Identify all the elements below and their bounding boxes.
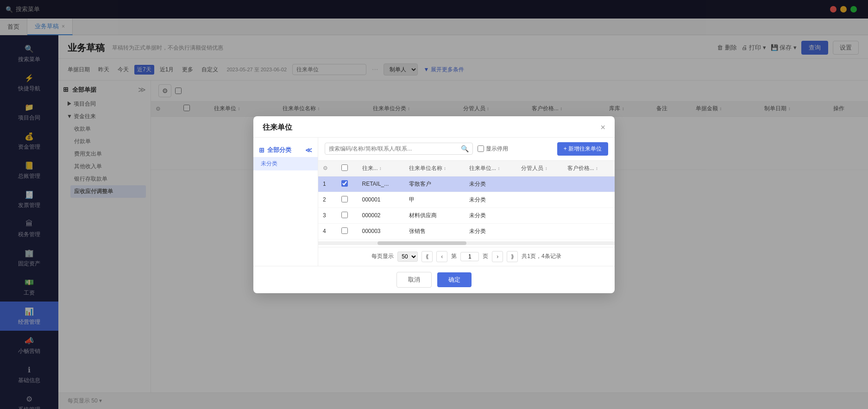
dcol-settings[interactable]: ⚙ [318, 161, 337, 176]
row-price [563, 208, 615, 223]
row-num: 3 [318, 208, 337, 223]
dialog-categories: ⊞ 全部分类 ≪ 未分类 [253, 138, 318, 266]
dialog-table-row[interactable]: 2 000001 甲 未分类 [318, 192, 615, 208]
dialog-search-box[interactable]: 🔍 [325, 143, 473, 155]
dialog-body: ⊞ 全部分类 ≪ 未分类 🔍 显示停用 [253, 138, 615, 266]
first-page-btn[interactable]: ⟪ [421, 251, 433, 262]
row-price [563, 223, 615, 239]
cancel-button[interactable]: 取消 [396, 272, 432, 288]
scrollbar-thumb[interactable] [377, 241, 466, 245]
row-price [563, 176, 615, 192]
row-checkbox[interactable] [341, 180, 348, 187]
show-disabled-checkbox[interactable] [478, 145, 484, 152]
modal-overlay[interactable]: 往来单位 × ⊞ 全部分类 ≪ 未分类 [0, 0, 868, 409]
row-category: 未分类 [465, 192, 516, 208]
dialog-search-input[interactable] [329, 145, 458, 152]
dialog-table-row[interactable]: 1 RETAIL_... 零散客户 未分类 [318, 176, 615, 192]
dcol-manager[interactable]: 分管人员 ↕ [516, 161, 562, 176]
dialog-header: 往来单位 × [253, 116, 615, 138]
dcol-category[interactable]: 往来单位... ↕ [465, 161, 516, 176]
row-name: 材料供应商 [404, 208, 465, 223]
row-checkbox[interactable] [341, 212, 348, 218]
row-num: 4 [318, 223, 337, 239]
row-manager [516, 208, 562, 223]
per-page-select[interactable]: 50 [397, 252, 418, 262]
dialog-title: 往来单位 [263, 123, 292, 132]
row-manager [516, 223, 562, 239]
page-number-input[interactable] [460, 252, 479, 261]
row-code: 000001 [358, 192, 404, 208]
dialog-table-wrap: ⚙ 往来... ↕ 往来单位名称 ↕ 往来单位... ↕ 分管人员 ↕ 客户价格… [318, 161, 615, 239]
next-page-btn[interactable]: › [492, 251, 503, 262]
row-category: 未分类 [465, 208, 516, 223]
dialog-all-cat[interactable]: ⊞ 全部分类 ≪ [253, 143, 318, 157]
row-num: 1 [318, 176, 337, 192]
dialog-table-row[interactable]: 3 000002 材料供应商 未分类 [318, 208, 615, 223]
dialog-close-btn[interactable]: × [600, 123, 605, 132]
row-name: 张销售 [404, 223, 465, 239]
row-code: 000002 [358, 208, 404, 223]
show-disabled-toggle[interactable]: 显示停用 [478, 145, 508, 153]
dialog-table: ⚙ 往来... ↕ 往来单位名称 ↕ 往来单位... ↕ 分管人员 ↕ 客户价格… [318, 161, 615, 239]
row-code: 000003 [358, 223, 404, 239]
row-checkbox[interactable] [341, 227, 348, 234]
dcol-name[interactable]: 往来单位名称 ↕ [404, 161, 465, 176]
collapse-icon[interactable]: ≪ [305, 146, 312, 154]
dialog-right: 🔍 显示停用 + 新增往来单位 ⚙ [318, 138, 615, 266]
dcol-price[interactable]: 客户价格... ↕ [563, 161, 615, 176]
row-manager [516, 176, 562, 192]
dialog-toolbar: 🔍 显示停用 + 新增往来单位 [318, 138, 615, 161]
row-category: 未分类 [465, 223, 516, 239]
row-name: 甲 [404, 192, 465, 208]
row-num: 2 [318, 192, 337, 208]
row-category: 未分类 [465, 176, 516, 192]
search-icon: 🔍 [461, 145, 469, 152]
dcol-code[interactable]: 往来... ↕ [358, 161, 404, 176]
row-checkbox[interactable] [341, 196, 348, 202]
dcol-check [337, 161, 357, 176]
row-name: 零散客户 [404, 176, 465, 192]
row-code: RETAIL_... [358, 176, 404, 192]
confirm-button[interactable]: 确定 [437, 272, 472, 287]
dialog-cat-unclassified[interactable]: 未分类 [253, 157, 318, 170]
row-price [563, 192, 615, 208]
partner-dialog: 往来单位 × ⊞ 全部分类 ≪ 未分类 [253, 116, 615, 293]
row-manager [516, 192, 562, 208]
add-partner-button[interactable]: + 新增往来单位 [557, 142, 608, 156]
last-page-btn[interactable]: ⟫ [507, 251, 518, 262]
dialog-pagination: 每页显示 50 ⟪ ‹ 第 页 › ⟫ 共1页，4条记录 [318, 247, 615, 266]
grid-icon: ⊞ [259, 146, 264, 154]
dialog-table-row[interactable]: 4 000003 张销售 未分类 [318, 223, 615, 239]
prev-page-btn[interactable]: ‹ [436, 251, 447, 262]
dialog-footer: 取消 确定 [253, 266, 615, 293]
horizontal-scrollbar[interactable] [318, 241, 615, 245]
